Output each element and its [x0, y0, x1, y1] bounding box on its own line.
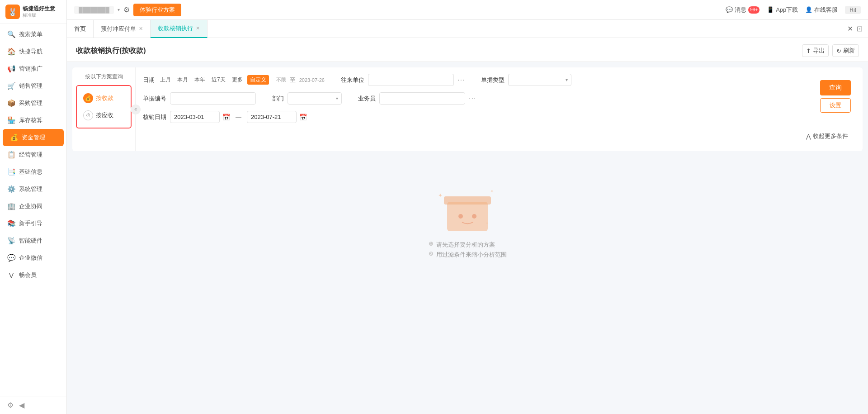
export-button[interactable]: ⬆ 导出: [802, 44, 829, 57]
tab-receipt-close-icon[interactable]: ✕: [196, 25, 200, 31]
sidebar-item-basic[interactable]: 📑基础信息: [0, 163, 66, 181]
sidebar-item-member[interactable]: V畅会员: [0, 266, 66, 284]
filter-option-by-receivable[interactable]: ⏱ 按应收: [79, 107, 129, 124]
app-download-action[interactable]: 📱 App下载: [767, 6, 798, 14]
sidebar-item-system-label: 系统管理: [19, 185, 42, 193]
tab-prepay-close-icon[interactable]: ✕: [139, 26, 143, 32]
sidebar-item-guide[interactable]: 📚新手引导: [0, 215, 66, 232]
tab-home-label: 首页: [74, 25, 86, 33]
sidebar-item-quicknav[interactable]: 🏠快捷导航: [0, 43, 66, 60]
app-download-label: App下载: [776, 6, 798, 14]
date-field: 日期 上月 本月 本年 近7天 更多 自定义: [143, 75, 269, 85]
settings-icon[interactable]: ⚙: [7, 401, 14, 409]
verify-date-start-input[interactable]: [170, 111, 220, 123]
quicknav-icon: 🏠: [7, 48, 15, 56]
sidebar-item-inventory[interactable]: 🏪库存核算: [0, 112, 66, 129]
date-shortcut-custom[interactable]: 自定义: [247, 75, 269, 85]
filter-options-border: 💰 按收款 ⏱ 按应收: [76, 85, 132, 128]
date-shortcut-7days[interactable]: 近7天: [210, 75, 227, 85]
bill-type-select[interactable]: [508, 74, 571, 86]
collapse-icon: ⋀: [806, 133, 811, 140]
tab-receipt[interactable]: 收款核销执行 ✕: [151, 20, 208, 38]
capital-icon: 💰: [10, 133, 18, 142]
bill-no-label: 单据编号: [143, 95, 166, 103]
sidebar-item-marketing-label: 营销推广: [19, 65, 42, 73]
sidebar-item-capital-label: 资金管理: [22, 133, 45, 142]
sidebar-item-purchase[interactable]: 📦采购管理: [0, 95, 66, 112]
sidebar-item-operation-label: 经营管理: [19, 151, 42, 159]
counterpart-field: 往来单位 ···: [341, 74, 465, 86]
verify-date-label: 核销日期: [143, 113, 166, 121]
settings-button[interactable]: 设置: [820, 98, 851, 113]
bill-no-field: 单据编号: [143, 92, 256, 105]
date-to-value: 2023-07-26: [299, 77, 325, 83]
basic-icon: 📑: [7, 168, 15, 176]
enterprise-icon: 🏢: [7, 202, 15, 210]
sidebar-item-sales[interactable]: 🛒销售管理: [0, 77, 66, 95]
refresh-button[interactable]: ↻ 刷新: [832, 44, 859, 57]
content-area: 收款核销执行(按收款) ⬆ 导出 ↻ 刷新 按以下方案查询 💰: [67, 38, 868, 414]
edition-label: 标准版: [23, 12, 55, 18]
date-shortcut-last-month[interactable]: 上月: [158, 75, 173, 85]
system-icon: ⚙️: [7, 185, 15, 193]
sidebar-item-enterprise[interactable]: 🏢企业协同: [0, 198, 66, 215]
search-icon: 🔍: [7, 30, 15, 38]
collapse-sidebar-icon[interactable]: ◀: [19, 401, 24, 409]
sidebar-item-member-label: 畅会员: [19, 271, 37, 279]
counterpart-input[interactable]: [368, 74, 454, 86]
filter-main: 日期 上月 本月 本年 近7天 更多 自定义: [136, 67, 863, 151]
sidebar-item-search[interactable]: 🔍搜索菜单: [0, 26, 66, 43]
date-shortcut-more[interactable]: 更多: [230, 75, 245, 85]
industry-solution-button[interactable]: 体验行业方案: [133, 4, 181, 16]
header-settings-icon[interactable]: ⚙: [123, 5, 130, 14]
tab-home[interactable]: 首页: [67, 20, 94, 38]
maximize-tab-action-icon[interactable]: ⊡: [857, 24, 863, 33]
department-select[interactable]: [288, 92, 342, 105]
sidebar-item-hardware[interactable]: 📡智能硬件: [0, 232, 66, 249]
dropdown-arrow-icon[interactable]: ▾: [118, 7, 120, 12]
sidebar-menu: 🔍搜索菜单🏠快捷导航📢营销推广🛒销售管理📦采购管理🏪库存核算💰资金管理📋经营管理…: [0, 24, 66, 396]
bill-type-label: 单据类型: [481, 76, 505, 84]
verify-date-start-group: 📅: [170, 111, 230, 123]
message-label: 消息: [735, 6, 746, 14]
online-service-label: 在线客服: [814, 6, 838, 14]
verify-date-field: 核销日期 📅 — 📅: [143, 111, 307, 123]
sidebar-item-marketing[interactable]: 📢营销推广: [0, 60, 66, 77]
sidebar-item-wechat[interactable]: 💬企业微信: [0, 249, 66, 266]
empty-text: ❶ 请先选择要分析的方案 ❷ 用过滤条件来缩小分析范围: [429, 241, 507, 261]
sidebar-item-operation[interactable]: 📋经营管理: [0, 146, 66, 163]
empty-hint-1: ❶ 请先选择要分析的方案: [429, 241, 507, 249]
user-avatar[interactable]: Rit: [845, 6, 861, 14]
staff-field: 业务员 ···: [358, 92, 476, 105]
date-shortcut-this-month[interactable]: 本月: [175, 75, 190, 85]
inventory-icon: 🏪: [7, 116, 15, 124]
empty-illustration-svg: ✦ ✦ ✦: [436, 184, 499, 233]
svg-rect-1: [444, 196, 491, 205]
page-header: 收款核销执行(按收款) ⬆ 导出 ↻ 刷新: [67, 38, 868, 62]
message-action[interactable]: 💬 消息 99+: [726, 6, 760, 14]
staff-ellipsis-icon[interactable]: ···: [469, 95, 476, 103]
date-shortcut-this-year[interactable]: 本年: [193, 75, 207, 85]
sidebar-item-system[interactable]: ⚙️系统管理: [0, 181, 66, 198]
online-service-action[interactable]: 👤 在线客服: [805, 6, 838, 14]
verify-date-end-input[interactable]: [247, 111, 297, 123]
message-icon: 💬: [726, 6, 733, 13]
collapse-more-button[interactable]: ⋀ 收起更多条件: [806, 132, 848, 140]
filter-option-by-receipt[interactable]: 💰 按收款: [79, 90, 129, 107]
user-info: ████████: [74, 6, 114, 14]
filter-row-2: 单据编号 部门 ▾: [143, 92, 816, 105]
purchase-icon: 📦: [7, 99, 15, 107]
collapse-filter-sidebar-button[interactable]: «: [131, 105, 141, 114]
verify-date-end-calendar-icon[interactable]: 📅: [299, 114, 307, 121]
staff-input[interactable]: [379, 92, 465, 105]
tab-prepay-label: 预付冲应付单: [101, 25, 136, 33]
verify-date-start-calendar-icon[interactable]: 📅: [222, 114, 230, 121]
top-header: ████████ ▾ ⚙ 体验行业方案 💬 消息 99+ 📱 App下载 👤 在…: [67, 0, 868, 20]
svg-point-3: [472, 214, 476, 219]
counterpart-ellipsis-icon[interactable]: ···: [458, 76, 465, 84]
query-button[interactable]: 查询: [820, 80, 851, 95]
bill-no-input[interactable]: [170, 92, 256, 105]
tab-prepay[interactable]: 预付冲应付单 ✕: [94, 20, 151, 38]
sidebar-item-capital[interactable]: 💰资金管理: [3, 129, 64, 146]
close-tab-action-icon[interactable]: ✕: [847, 24, 853, 33]
